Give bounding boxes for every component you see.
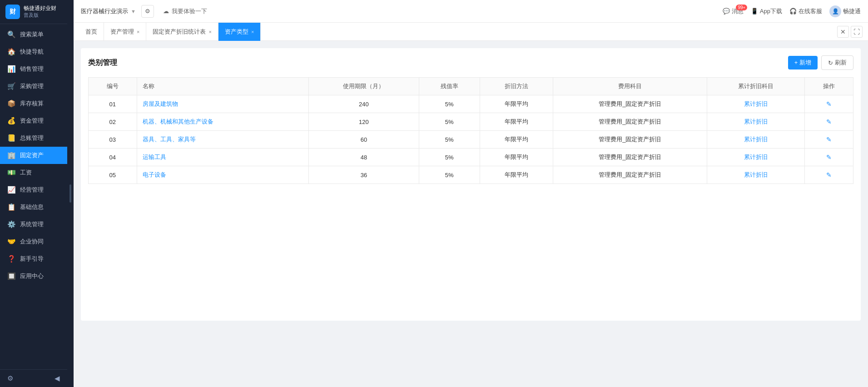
edit-icon[interactable]: ✎ (826, 171, 832, 179)
sidebar-item-enterprise[interactable]: 🤝 企业协同 (0, 233, 67, 250)
sidebar-item-label: 应用中心 (20, 272, 44, 280)
sidebar-item-system[interactable]: ⚙️ 系统管理 (0, 216, 67, 233)
table-row: 03 器具、工具、家具等 60 5% 年限平均 管理费用_固定资产折旧 累计折旧… (89, 131, 853, 149)
settings-footer-icon[interactable]: ⚙ (7, 374, 13, 382)
messages-badge: 99+ (736, 5, 747, 10)
app-name: 畅捷通好业财 (24, 5, 56, 12)
sidebar-item-basic-info[interactable]: 📋 基础信息 (0, 198, 67, 216)
settings-button[interactable]: ⚙ (141, 5, 154, 18)
sidebar-item-guide[interactable]: ❓ 新手引导 (0, 250, 67, 268)
collapse-icon[interactable]: ◀ (55, 374, 60, 382)
home-icon: 🏠 (7, 48, 15, 56)
page-title: 类别管理 (88, 58, 117, 68)
cell-edit[interactable]: ✎ (805, 131, 853, 149)
tab-asset-management-close[interactable]: × (137, 29, 139, 35)
sidebar-item-operations[interactable]: 📈 经营管理 (0, 181, 67, 198)
cell-edit[interactable]: ✎ (805, 95, 853, 113)
edit-icon[interactable]: ✎ (826, 100, 832, 108)
username-label: 畅捷通 (843, 7, 861, 15)
edit-icon[interactable]: ✎ (826, 118, 832, 125)
edit-icon[interactable]: ✎ (826, 154, 832, 161)
sidebar-item-label: 企业协同 (20, 238, 44, 246)
col-period: 使用期限（月） (309, 78, 419, 95)
sidebar-item-purchase[interactable]: 🛒 采购管理 (0, 78, 67, 95)
cell-accumulated[interactable]: 累计折旧 (707, 95, 804, 113)
tabbar-actions: ✕ ⛶ (837, 26, 863, 38)
messages-button[interactable]: 💬 消息 99+ (723, 7, 744, 15)
sidebar-item-payroll[interactable]: 💵 工资 (0, 164, 67, 181)
sidebar-item-app-center[interactable]: 🔲 应用中心 (0, 268, 67, 285)
new-button[interactable]: + 新增 (788, 56, 818, 69)
cell-name[interactable]: 机器、机械和其他生产设备 (137, 113, 309, 131)
tab-asset-management[interactable]: 资产管理 × (104, 23, 146, 41)
online-service-button[interactable]: 🎧 在线客服 (789, 7, 822, 15)
maximize-button[interactable]: ⛶ (851, 26, 863, 38)
sidebar-item-finance[interactable]: 💰 资金管理 (0, 112, 67, 129)
grid-icon: 🔲 (7, 272, 15, 280)
refresh-label: 刷新 (835, 59, 847, 67)
user-menu[interactable]: 👤 畅捷通 (829, 5, 861, 17)
cell-edit[interactable]: ✎ (805, 149, 853, 166)
sidebar-item-label: 资金管理 (20, 117, 44, 125)
mobile-icon: 📱 (751, 8, 758, 15)
cell-accumulated[interactable]: 累计折旧 (707, 166, 804, 184)
book-icon: 📒 (7, 134, 15, 142)
tab-home-label: 首页 (85, 28, 97, 36)
tab-depreciation-table-close[interactable]: × (208, 29, 211, 35)
cell-name[interactable]: 房屋及建筑物 (137, 95, 309, 113)
tab-depreciation-table-label: 固定资产折旧统计表 (153, 28, 206, 36)
cell-id: 02 (89, 113, 137, 131)
cell-period: 240 (309, 95, 419, 113)
edit-icon[interactable]: ✎ (826, 136, 832, 143)
content-card: 类别管理 + 新增 ↻ 刷新 编号 名称 使用期限（月） 残值率 (81, 48, 861, 321)
sidebar-item-fixed-assets[interactable]: 🏢 固定资产 (0, 147, 67, 164)
cell-residual: 5% (419, 149, 480, 166)
cell-accumulated[interactable]: 累计折旧 (707, 131, 804, 149)
handshake-icon: 🤝 (7, 238, 15, 246)
sidebar-item-label: 系统管理 (20, 220, 44, 228)
experience-button[interactable]: ☁ 我要体验一下 (163, 7, 207, 15)
cell-name[interactable]: 电子设备 (137, 166, 309, 184)
tabbar: 首页 资产管理 × 固定资产折旧统计表 × 资产类型 × ✕ ⛶ (74, 23, 868, 41)
refresh-button[interactable]: ↻ 刷新 (821, 55, 853, 70)
tab-home[interactable]: 首页 (79, 23, 104, 41)
cell-name[interactable]: 器具、工具、家具等 (137, 131, 309, 149)
module-selector[interactable]: 医疗器械行业演示 ▼ (81, 7, 136, 15)
app-download-label: App下载 (760, 7, 782, 15)
chat-icon: 💬 (723, 8, 730, 15)
search-icon: 🔍 (7, 30, 15, 39)
cell-residual: 5% (419, 95, 480, 113)
table-row: 01 房屋及建筑物 240 5% 年限平均 管理费用_固定资产折旧 累计折旧 ✎ (89, 95, 853, 113)
col-name: 名称 (137, 78, 309, 95)
sidebar-item-quick-nav[interactable]: 🏠 快捷导航 (0, 43, 67, 60)
sidebar-item-inventory[interactable]: 📦 库存核算 (0, 95, 67, 112)
sidebar-header: 财 畅捷通好业财 普及版 (0, 0, 67, 24)
tab-asset-type[interactable]: 资产类型 × (218, 23, 261, 41)
close-window-button[interactable]: ✕ (837, 26, 849, 38)
chart-icon: 📊 (7, 65, 15, 73)
chevron-down-icon: ▼ (131, 9, 136, 14)
cell-expense: 管理费用_固定资产折旧 (553, 95, 707, 113)
cell-accumulated[interactable]: 累计折旧 (707, 113, 804, 131)
tab-depreciation-table[interactable]: 固定资产折旧统计表 × (146, 23, 218, 41)
cell-id: 03 (89, 131, 137, 149)
sidebar-item-search[interactable]: 🔍 搜索菜单 (0, 26, 67, 43)
cell-edit[interactable]: ✎ (805, 166, 853, 184)
table-row: 05 电子设备 36 5% 年限平均 管理费用_固定资产折旧 累计折旧 ✎ (89, 166, 853, 184)
app-download-button[interactable]: 📱 App下载 (751, 7, 782, 15)
sidebar-item-sales[interactable]: 📊 销售管理 (0, 60, 67, 78)
topbar-right: 💬 消息 99+ 📱 App下载 🎧 在线客服 👤 畅捷通 (723, 5, 861, 17)
clipboard-icon: 📋 (7, 203, 15, 211)
cell-expense: 管理费用_固定资产折旧 (553, 166, 707, 184)
app-name-block: 畅捷通好业财 普及版 (24, 5, 56, 19)
sidebar-scrollbar[interactable] (67, 0, 74, 387)
settings-icon: ⚙ (145, 8, 150, 15)
cell-edit[interactable]: ✎ (805, 113, 853, 131)
cell-name[interactable]: 运输工具 (137, 149, 309, 166)
question-icon: ❓ (7, 255, 15, 263)
tab-asset-type-close[interactable]: × (251, 29, 254, 35)
avatar-icon: 👤 (832, 8, 839, 15)
cell-accumulated[interactable]: 累计折旧 (707, 149, 804, 166)
sidebar-item-ledger[interactable]: 📒 总账管理 (0, 129, 67, 147)
scrollbar-thumb (69, 184, 71, 203)
